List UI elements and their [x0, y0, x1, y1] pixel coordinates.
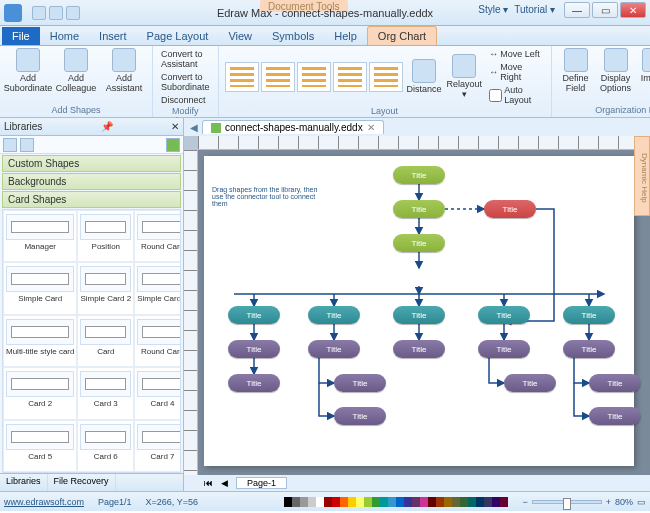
category-item[interactable]: Backgrounds — [2, 173, 181, 190]
color-swatch[interactable] — [444, 497, 452, 507]
color-swatch[interactable] — [412, 497, 420, 507]
tab-prev-icon[interactable]: ◀ — [190, 122, 198, 133]
tab-symbols[interactable]: Symbols — [262, 27, 324, 45]
minimize-button[interactable]: — — [564, 2, 590, 18]
org-node[interactable]: Title — [393, 200, 445, 218]
shape-item[interactable]: Position — [77, 210, 134, 262]
move-right[interactable]: ↔ Move Right — [487, 61, 544, 83]
org-node[interactable]: Title — [563, 306, 615, 324]
shape-item[interactable]: Round Card — [134, 210, 181, 262]
color-swatch[interactable] — [460, 497, 468, 507]
category-item[interactable]: Custom Shapes — [2, 155, 181, 172]
page-sheet[interactable]: Drag shapes from the library, then use t… — [204, 156, 634, 466]
relayout-button[interactable]: Relayout ▾ — [446, 54, 484, 100]
color-swatch[interactable] — [308, 497, 316, 507]
close-button[interactable]: ✕ — [620, 2, 646, 18]
tab-libraries[interactable]: Libraries — [0, 474, 48, 491]
zoom-out-icon[interactable]: − — [522, 497, 527, 507]
dynamic-help-tab[interactable]: Dynamic Help — [634, 136, 650, 216]
color-swatch[interactable] — [364, 497, 372, 507]
color-swatch[interactable] — [468, 497, 476, 507]
document-tab[interactable]: connect-shapes-manually.eddx ✕ — [202, 120, 384, 134]
color-swatch[interactable] — [500, 497, 508, 507]
lib-tool-icon[interactable] — [3, 138, 17, 152]
color-swatch[interactable] — [348, 497, 356, 507]
shape-item[interactable]: Simple Card — [3, 262, 77, 314]
color-swatch[interactable] — [484, 497, 492, 507]
convert-subordinate[interactable]: Convert to Subordinate — [159, 71, 212, 93]
shape-item[interactable]: Card 4 — [134, 367, 181, 419]
define-field-button[interactable]: Define Field — [558, 48, 594, 94]
color-swatch[interactable] — [420, 497, 428, 507]
tab-file-recovery[interactable]: File Recovery — [48, 474, 116, 491]
shape-item[interactable]: Card 2 — [3, 367, 77, 419]
layout-gallery[interactable] — [225, 62, 403, 92]
shape-item[interactable]: Multi-title style card — [3, 315, 77, 367]
tab-home[interactable]: Home — [40, 27, 89, 45]
org-node[interactable]: Title — [563, 340, 615, 358]
org-node[interactable]: Title — [334, 374, 386, 392]
style-menu[interactable]: Style ▾ — [478, 4, 508, 15]
color-swatch[interactable] — [492, 497, 500, 507]
shape-item[interactable]: Round Card — [134, 315, 181, 367]
tab-org-chart[interactable]: Org Chart — [367, 26, 437, 45]
org-node[interactable]: Title — [589, 374, 641, 392]
ruler-vertical[interactable] — [184, 150, 198, 475]
lib-add-icon[interactable] — [166, 138, 180, 152]
color-swatch[interactable] — [292, 497, 300, 507]
color-swatch[interactable] — [476, 497, 484, 507]
disconnect[interactable]: Disconnect — [159, 94, 212, 106]
add-assistant-button[interactable]: Add Assistant — [102, 48, 146, 94]
org-node[interactable]: Title — [484, 200, 536, 218]
qat-redo-icon[interactable] — [66, 6, 80, 20]
category-item[interactable]: Card Shapes — [2, 191, 181, 208]
convert-assistant[interactable]: Convert to Assistant — [159, 48, 212, 70]
color-swatch[interactable] — [428, 497, 436, 507]
close-panel-icon[interactable]: ✕ — [171, 121, 179, 132]
shape-item[interactable]: Card — [77, 315, 134, 367]
tab-view[interactable]: View — [218, 27, 262, 45]
shape-item[interactable]: Card 3 — [77, 367, 134, 419]
color-swatch[interactable] — [436, 497, 444, 507]
org-node[interactable]: Title — [228, 306, 280, 324]
shape-item[interactable]: Simple Card 3 — [134, 262, 181, 314]
color-swatch[interactable] — [340, 497, 348, 507]
distance-button[interactable]: Distance — [407, 59, 442, 95]
canvas-viewport[interactable]: Drag shapes from the library, then use t… — [198, 150, 650, 475]
shape-item[interactable]: Simple Card 2 — [77, 262, 134, 314]
org-node[interactable]: Title — [504, 374, 556, 392]
org-node[interactable]: Title — [393, 340, 445, 358]
add-subordinate-button[interactable]: Add Subordinate — [6, 48, 50, 94]
page-nav-prev[interactable]: ◀ — [221, 478, 228, 488]
color-swatch[interactable] — [332, 497, 340, 507]
qat-undo-icon[interactable] — [49, 6, 63, 20]
ruler-horizontal[interactable] — [198, 136, 650, 150]
org-node[interactable]: Title — [393, 306, 445, 324]
display-options-button[interactable]: Display Options — [598, 48, 634, 94]
tab-insert[interactable]: Insert — [89, 27, 137, 45]
org-node[interactable]: Title — [334, 407, 386, 425]
lib-tool-icon[interactable] — [20, 138, 34, 152]
org-node[interactable]: Title — [589, 407, 641, 425]
color-swatch[interactable] — [284, 497, 292, 507]
color-swatch[interactable] — [316, 497, 324, 507]
shape-item[interactable]: Manager — [3, 210, 77, 262]
org-node[interactable]: Title — [478, 340, 530, 358]
org-node[interactable]: Title — [308, 306, 360, 324]
color-swatch[interactable] — [380, 497, 388, 507]
zoom-in-icon[interactable]: + — [606, 497, 611, 507]
org-node[interactable]: Title — [393, 166, 445, 184]
tutorial-menu[interactable]: Tutorial ▾ — [514, 4, 555, 15]
tab-file[interactable]: File — [2, 27, 40, 45]
org-node[interactable]: Title — [228, 340, 280, 358]
close-doc-icon[interactable]: ✕ — [367, 122, 375, 133]
page-nav-first[interactable]: ⏮ — [204, 478, 213, 488]
qat-save-icon[interactable] — [32, 6, 46, 20]
org-node[interactable]: Title — [228, 374, 280, 392]
pin-icon[interactable]: 📌 — [101, 121, 113, 132]
website-link[interactable]: www.edrawsoft.com — [4, 497, 84, 507]
org-node[interactable]: Title — [308, 340, 360, 358]
add-colleague-button[interactable]: Add Colleague — [54, 48, 98, 94]
color-swatch[interactable] — [396, 497, 404, 507]
color-swatch[interactable] — [324, 497, 332, 507]
